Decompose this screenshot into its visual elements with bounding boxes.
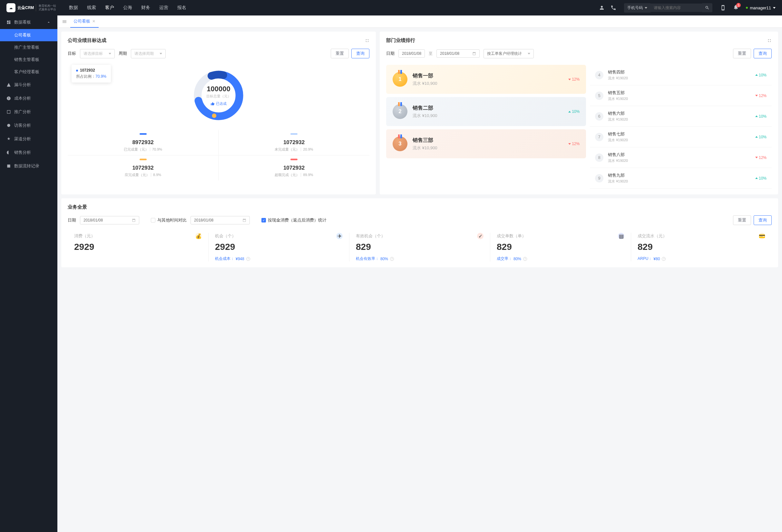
nav-item-4[interactable]: 财务 <box>141 5 150 11</box>
reset-button[interactable]: 重置 <box>733 49 751 58</box>
chevron-up-icon <box>46 20 51 25</box>
rank-row-6[interactable]: 6销售六部流水 ¥1902010% <box>590 106 772 127</box>
expand-icon[interactable] <box>365 38 369 43</box>
rank-row-7[interactable]: 7销售七部流水 ¥1902010% <box>590 127 772 147</box>
sidebar-sub-0[interactable]: 公司看板 <box>0 29 58 41</box>
sidebar-item-2[interactable]: 推广分析 <box>0 105 58 119</box>
phone-icon[interactable] <box>610 5 616 11</box>
logo[interactable]: ☁ 云朵CRM 教育机构一站式服务云平台 <box>6 3 56 12</box>
arrow-up-icon <box>755 136 758 138</box>
rank-number: 4 <box>595 71 603 79</box>
sidebar-sub-2[interactable]: 销售主管看板 <box>0 54 58 66</box>
target-select[interactable]: 请选择目标 <box>80 49 115 58</box>
sidebar-item-icon <box>6 96 11 101</box>
username: manager11 <box>750 5 771 10</box>
stat-sub: 机会有效率：80%? <box>356 256 484 261</box>
arrow-down-icon <box>755 95 758 96</box>
search-group: 手机号码 <box>624 3 712 12</box>
help-icon[interactable]: ? <box>390 257 394 261</box>
logo-text: 云朵CRM <box>17 5 34 11</box>
dashboard-icon <box>6 20 11 25</box>
sidebar-item-1[interactable]: 成本分析 <box>0 92 58 105</box>
rank-number: 6 <box>595 112 603 120</box>
change-indicator: 10% <box>568 109 579 114</box>
logo-subtitle: 教育机构一站式服务云平台 <box>36 4 56 11</box>
help-icon[interactable]: ? <box>523 257 527 261</box>
user-menu[interactable]: manager11 <box>746 5 776 10</box>
stat-by-select[interactable]: 按工单客户经理统计 <box>484 49 534 58</box>
stat-4: 成交流水（元）💳829ARPU：¥80? <box>631 233 772 261</box>
rank-card-2[interactable]: 2销售二部流水 ¥10,90010% <box>386 97 586 126</box>
arrow-down-icon <box>755 157 758 158</box>
search-button[interactable] <box>702 3 712 12</box>
chart-tooltip: 1072932 所占比例：70.9% <box>72 65 111 82</box>
main-content: 公司看板 ✕ 公司业绩目标达成 目标 请选择目标 周期 请选择周期 <box>58 15 782 532</box>
calendar-icon <box>132 218 136 222</box>
period-label: 周期 <box>119 50 127 57</box>
change-indicator: 12% <box>568 142 579 146</box>
nav-item-5[interactable]: 运营 <box>159 5 168 11</box>
mobile-icon[interactable] <box>720 5 726 11</box>
sidebar-item-4[interactable]: 渠道分析 <box>0 132 58 146</box>
rank-row-9[interactable]: 9销售九部流水 ¥1902010% <box>590 168 772 189</box>
arrow-down-icon <box>568 79 571 80</box>
nav-item-1[interactable]: 线索 <box>87 5 96 11</box>
help-icon[interactable]: ? <box>662 257 666 261</box>
metric-0: 8972932已完成量（元）70.9% <box>68 130 218 155</box>
stat-1: 机会（个）✈2929机会成本：¥948? <box>209 233 349 261</box>
rank-row-4[interactable]: 4销售四部流水 ¥1902010% <box>590 65 772 85</box>
rank-card-3[interactable]: 3销售三部流水 ¥10,90012% <box>386 129 586 158</box>
rank-row-8[interactable]: 8销售八部流水 ¥1902012% <box>590 147 772 168</box>
rank-number: 8 <box>595 153 603 162</box>
stat-icon: ✈ <box>336 233 343 239</box>
reset-button[interactable]: 重置 <box>733 215 751 225</box>
date-input-1[interactable]: 2018/01/08 <box>80 216 139 224</box>
sidebar-item-6[interactable]: 数据流转记录 <box>0 159 58 173</box>
nav-item-3[interactable]: 公海 <box>123 5 132 11</box>
person-icon[interactable] <box>599 5 605 11</box>
top-nav: 数据线索客户公海财务运营报名 <box>69 5 593 11</box>
period-select[interactable]: 请选择周期 <box>131 49 166 58</box>
expand-icon[interactable] <box>767 38 772 43</box>
date-input-2[interactable]: 2018/01/08 <box>190 216 250 224</box>
sidebar-item-3[interactable]: 访客分析 <box>0 119 58 132</box>
close-icon[interactable]: ✕ <box>92 19 96 24</box>
notifications[interactable]: 5 <box>733 4 739 11</box>
metric-bar-icon <box>290 158 297 160</box>
rank-row-5[interactable]: 5销售五部流水 ¥1902012% <box>590 85 772 106</box>
search-type-select[interactable]: 手机号码 <box>624 3 650 12</box>
sidebar-sub-3[interactable]: 客户经理看板 <box>0 66 58 78</box>
arrow-up-icon <box>755 177 758 179</box>
calendar-icon <box>472 51 476 56</box>
menu-icon[interactable] <box>62 19 67 24</box>
tab-company-board[interactable]: 公司看板 ✕ <box>70 15 99 28</box>
card-title: 公司业绩目标达成 <box>68 37 106 43</box>
date-to-input[interactable]: 2018/01/08 <box>436 49 479 58</box>
search-input[interactable] <box>650 4 702 12</box>
metric-bar-icon <box>140 158 147 160</box>
nav-item-6[interactable]: 报名 <box>177 5 186 11</box>
logo-icon: ☁ <box>6 3 15 12</box>
business-panorama-card: 业务全景 日期 2018/01/08 与其他时间对比 2018/01/08 按现… <box>61 198 778 267</box>
query-button[interactable]: 查询 <box>351 49 369 58</box>
donut-center-value: 100000 <box>206 85 231 93</box>
nav-item-2[interactable]: 客户 <box>105 5 114 11</box>
query-button[interactable]: 查询 <box>754 49 772 58</box>
rank-number: 9 <box>595 174 603 182</box>
sidebar-sub-1[interactable]: 推广主管看板 <box>0 41 58 54</box>
sidebar-item-5[interactable]: 销售分析 <box>0 146 58 159</box>
date-from-input[interactable]: 2018/01/08 <box>398 49 425 58</box>
compare-checkbox[interactable]: 与其他时间对比 <box>151 217 187 223</box>
chevron-down-icon <box>159 53 162 55</box>
checkbox-icon <box>151 218 155 222</box>
date-label: 日期 <box>386 50 395 57</box>
cash-checkbox[interactable]: 按现金消费（返点后消费）统计 <box>261 217 326 223</box>
rank-top3: 1销售一部流水 ¥10,90012%2销售二部流水 ¥10,90010%3销售三… <box>386 65 586 189</box>
reset-button[interactable]: 重置 <box>331 49 349 58</box>
query-button[interactable]: 查询 <box>754 215 772 225</box>
sidebar-group-title[interactable]: 数据看板 <box>0 15 58 29</box>
rank-card-1[interactable]: 1销售一部流水 ¥10,90012% <box>386 65 586 94</box>
sidebar-item-0[interactable]: 漏斗分析 <box>0 78 58 92</box>
help-icon[interactable]: ? <box>246 257 250 261</box>
nav-item-0[interactable]: 数据 <box>69 5 78 11</box>
